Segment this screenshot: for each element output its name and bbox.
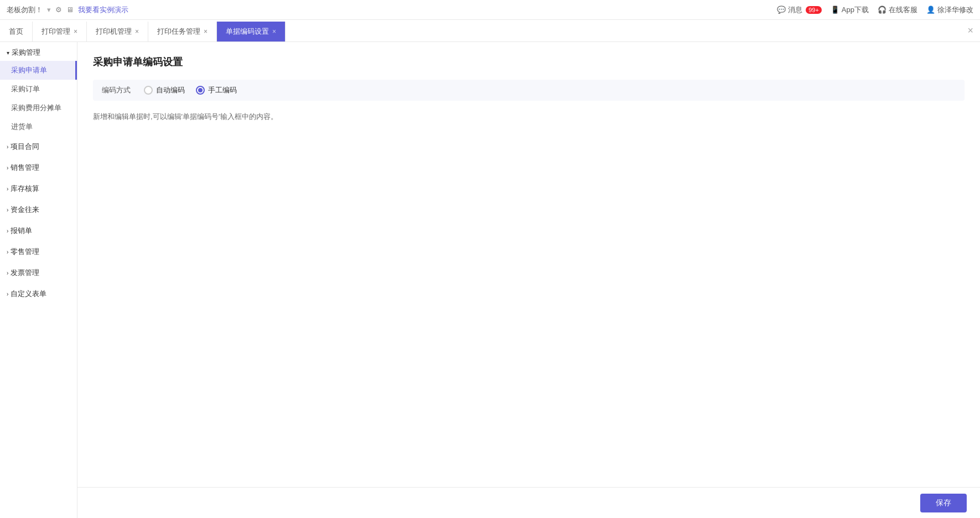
radio-auto-label: 自动编码 [156,85,185,95]
sidebar-group-returns[interactable]: › 报销单 [0,220,77,241]
sidebar-group-retail-mgmt[interactable]: › 零售管理 [0,241,77,262]
radio-auto-circle [144,86,153,95]
hint-text: 新增和编辑单据时,可以编辑'单据编码号'输入框中的内容。 [93,112,965,122]
tab-print-mgmt[interactable]: 打印管理 × [33,22,87,42]
page-title: 采购申请单编码设置 [93,55,965,69]
gear-icon[interactable]: ⚙ [55,6,62,14]
message-item[interactable]: 💬 消息 99+ [777,5,822,15]
sidebar-group-project-contract[interactable]: › 项目合同 [0,136,77,157]
sidebar-item-stock-in-label: 进货单 [11,122,33,131]
sidebar-group-sales-mgmt-label: 销售管理 [11,163,39,173]
encode-row: 编码方式 自动编码 手工编码 [93,80,965,101]
sidebar-item-stock-in[interactable]: 进货单 [0,117,77,136]
user-icon: 👤 [926,6,935,14]
sidebar-group-custom-forms[interactable]: › 自定义表单 [0,283,77,304]
sidebar-group-inventory-label: 库存核算 [11,184,39,194]
tab-printer-mgmt-close[interactable]: × [135,28,139,35]
sidebar-group-invoice-mgmt-label: 发票管理 [11,268,39,278]
radio-auto-encode[interactable]: 自动编码 [144,85,185,95]
message-badge: 99+ [806,6,822,14]
sidebar: ▾ 采购管理 采购申请单 采购订单 采购费用分摊单 进货单 › 项目合同 › 销… [0,42,77,518]
sidebar-group-project-contract-label: 项目合同 [11,142,39,152]
chevron-right-icon: › [7,165,8,171]
top-bar-brand: 老板勿割！ [7,5,43,15]
app-icon: 📱 [831,6,839,14]
tab-single-code-settings[interactable]: 单据编码设置 × [217,22,286,42]
chevron-down-icon: ▾ [7,50,9,56]
sidebar-group-retail-mgmt-label: 零售管理 [11,247,39,257]
user-label: 徐泽华修改 [937,5,973,15]
sidebar-group-custom-forms-label: 自定义表单 [11,289,46,299]
chevron-right-icon: › [7,291,8,297]
chevron-right-icon: › [7,270,8,276]
tab-print-task-mgmt-label: 打印任务管理 [157,27,200,37]
sidebar-group-sales-mgmt[interactable]: › 销售管理 [0,157,77,178]
app-label: App下载 [842,5,869,15]
content-area: 采购申请单编码设置 编码方式 自动编码 手工编码 [77,42,980,518]
service-label: 在线客服 [889,5,917,15]
chevron-right-icon: › [7,207,8,213]
dropdown-icon[interactable]: ▾ [47,6,51,14]
tab-print-task-mgmt-close[interactable]: × [204,28,208,35]
tab-print-mgmt-label: 打印管理 [42,27,70,37]
encode-label: 编码方式 [102,85,131,95]
tab-printer-mgmt[interactable]: 打印机管理 × [87,22,148,42]
sidebar-group-funds-label: 资金往来 [11,205,39,215]
service-icon: 🎧 [878,6,886,14]
sidebar-group-purchase-label: 采购管理 [12,48,40,58]
content-inner: 采购申请单编码设置 编码方式 自动编码 手工编码 [77,42,980,487]
top-bar: 老板勿割！ ▾ ⚙ 🖥 我要看实例演示 💬 消息 99+ 📱 App下载 🎧 在… [0,0,980,20]
radio-manual-encode[interactable]: 手工编码 [196,85,237,95]
sidebar-item-purchase-order-label: 采购订单 [11,85,40,93]
sidebar-group-purchase: ▾ 采购管理 采购申请单 采购订单 采购费用分摊单 进货单 [0,42,77,136]
tab-home[interactable]: 首页 [0,22,33,42]
sidebar-group-funds[interactable]: › 资金往来 [0,199,77,220]
tab-home-label: 首页 [9,27,23,37]
chevron-right-icon: › [7,186,8,192]
message-label: 消息 [788,5,802,15]
sidebar-group-returns-label: 报销单 [11,226,32,236]
radio-manual-circle [196,86,205,95]
sidebar-item-purchase-order[interactable]: 采购订单 [0,80,77,99]
sidebar-item-purchase-expense-label: 采购费用分摊单 [11,103,61,112]
top-bar-right: 💬 消息 99+ 📱 App下载 🎧 在线客服 👤 徐泽华修改 [777,5,973,15]
tab-single-code-close[interactable]: × [272,28,276,35]
demo-icon: 🖥 [66,6,74,14]
radio-manual-label: 手工编码 [208,85,237,95]
message-icon: 💬 [777,6,786,14]
sidebar-group-purchase-title[interactable]: ▾ 采购管理 [0,42,77,61]
sidebar-group-inventory[interactable]: › 库存核算 [0,178,77,199]
tab-bar: 首页 打印管理 × 打印机管理 × 打印任务管理 × 单据编码设置 × × [0,20,980,42]
tab-printer-mgmt-label: 打印机管理 [96,27,132,37]
save-button[interactable]: 保存 [920,494,967,512]
online-service-item[interactable]: 🎧 在线客服 [878,5,917,15]
chevron-right-icon: › [7,228,8,234]
radio-group: 自动编码 手工编码 [144,85,237,95]
main-layout: ▾ 采购管理 采购申请单 采购订单 采购费用分摊单 进货单 › 项目合同 › 销… [0,42,980,518]
chevron-right-icon: › [7,144,8,150]
demo-text[interactable]: 我要看实例演示 [78,5,128,15]
sidebar-group-invoice-mgmt[interactable]: › 发票管理 [0,262,77,283]
tab-print-task-mgmt[interactable]: 打印任务管理 × [148,22,217,42]
tab-single-code-label: 单据编码设置 [226,27,269,37]
app-download-item[interactable]: 📱 App下载 [831,5,869,15]
sidebar-item-purchase-request-label: 采购申请单 [11,66,47,74]
tab-close-all-button[interactable]: × [961,25,980,37]
sidebar-item-purchase-request[interactable]: 采购申请单 [0,61,77,80]
top-bar-left: 老板勿割！ ▾ ⚙ 🖥 我要看实例演示 [7,5,128,15]
sidebar-item-purchase-expense[interactable]: 采购费用分摊单 [0,99,77,117]
user-item[interactable]: 👤 徐泽华修改 [926,5,973,15]
chevron-right-icon: › [7,249,8,255]
tab-print-mgmt-close[interactable]: × [74,28,77,35]
footer-bar: 保存 [77,487,980,518]
